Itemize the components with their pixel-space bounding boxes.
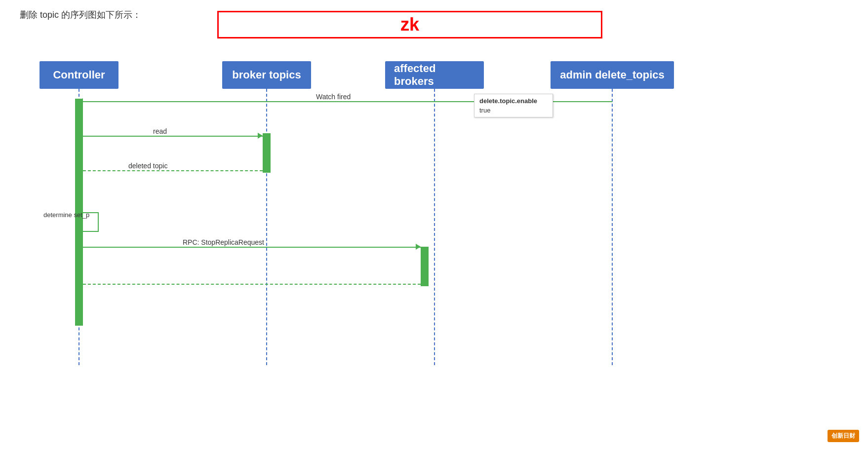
activation-broker-topics xyxy=(263,133,271,173)
arrowhead-self-loop xyxy=(78,229,83,235)
label-self-loop: determine set_p xyxy=(43,211,89,219)
label-read: read xyxy=(153,127,167,135)
label-deleted-topic: deleted topic xyxy=(128,162,167,170)
label-watch-fired: Watch fired xyxy=(316,93,351,101)
actor-broker-topics: broker topics xyxy=(222,61,311,89)
arrow-deleted-topic xyxy=(83,170,263,171)
actor-admin-delete: admin delete_topics xyxy=(551,61,674,89)
arrowhead-watch-fired xyxy=(78,98,83,104)
arrow-read xyxy=(83,136,263,137)
tooltip-value: true xyxy=(479,107,548,114)
activation-affected-brokers xyxy=(421,247,429,286)
actor-affected-brokers: affected brokers xyxy=(385,61,484,89)
label-stop-replica: RPC: StopReplicaRequest xyxy=(183,238,264,246)
zk-box: zk xyxy=(217,11,602,38)
arrowhead-deleted-topic xyxy=(78,167,83,173)
actor-controller: Controller xyxy=(39,61,118,89)
lifeline-broker-topics xyxy=(266,89,267,365)
tooltip-key: delete.topic.enable xyxy=(479,97,548,105)
lifeline-affected-brokers xyxy=(434,89,435,365)
zk-label: zk xyxy=(400,14,419,35)
arrow-stop-replica xyxy=(83,247,421,248)
watermark: 创新日财 xyxy=(828,430,859,442)
arrowhead-response xyxy=(78,281,83,287)
arrowhead-read xyxy=(258,133,263,139)
arrowhead-stop-replica xyxy=(416,244,421,250)
page-container: 删除 topic 的序列图如下所示： zk Controller broker … xyxy=(0,0,868,451)
arrow-response xyxy=(83,284,421,285)
tooltip-box: delete.topic.enable true xyxy=(474,94,553,117)
lifeline-admin-delete xyxy=(612,89,613,365)
title-text: 删除 topic 的序列图如下所示： xyxy=(20,9,141,21)
